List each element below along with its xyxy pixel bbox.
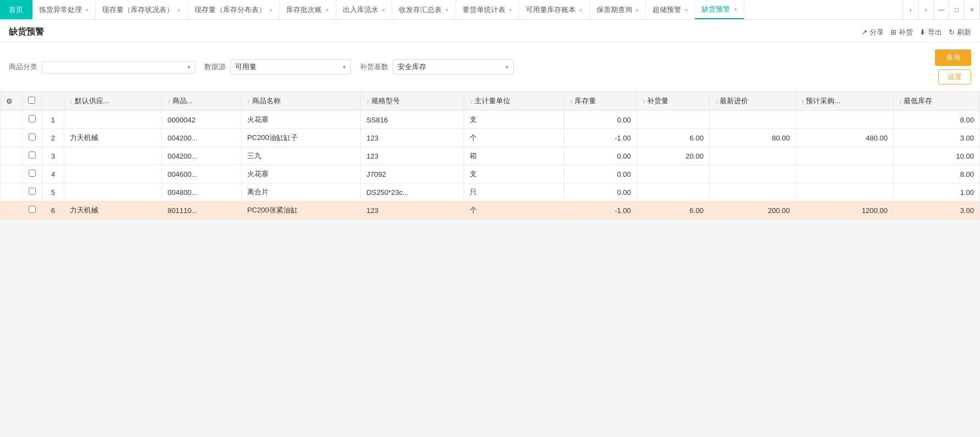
col-header-replenish-qty[interactable]: 补货量 — [637, 92, 709, 111]
row-checkbox[interactable] — [29, 206, 36, 213]
window-close[interactable]: × — [965, 0, 980, 20]
tab-over-stock[interactable]: 超储预警 × — [646, 0, 695, 19]
col-header-latest-price[interactable]: 最新进价 — [709, 92, 795, 111]
row-supplier — [64, 183, 162, 201]
tab-batch-account[interactable]: 库存批次账 × — [280, 0, 336, 19]
row-spec: 123 — [361, 129, 464, 147]
tab-close-icon[interactable]: × — [733, 6, 737, 13]
datasource-select[interactable]: 可用量 ▾ — [230, 59, 351, 75]
export-icon: ⬇ — [920, 28, 926, 36]
tab-inventory-dist[interactable]: 现存量（库存分布表） × — [188, 0, 280, 19]
col-header-settings[interactable]: ⚙ — [1, 92, 23, 111]
datasource-label: 数据源 — [204, 62, 226, 72]
tab-inout-flow[interactable]: 出入库流水 × — [336, 0, 392, 19]
select-all-checkbox[interactable] — [28, 97, 35, 104]
tab-close-icon[interactable]: × — [177, 7, 180, 13]
replenish-base-dropdown-icon: ▾ — [505, 64, 509, 71]
table-body: 1 0000042 火花塞 SS816 支 0.00 8.00 2 力天机械 0… — [1, 111, 980, 220]
row-replenish-qty — [637, 183, 709, 201]
col-header-est-purchase[interactable]: 预计采购... — [795, 92, 893, 111]
tab-close-icon[interactable]: × — [636, 7, 639, 13]
tab-close-icon[interactable]: × — [85, 7, 88, 13]
window-maximize[interactable]: □ — [949, 0, 965, 20]
tab-close-icon[interactable]: × — [269, 7, 272, 13]
replenish-button[interactable]: ⊞ 补货 — [890, 27, 913, 37]
export-button[interactable]: ⬇ 导出 — [920, 27, 942, 37]
category-select[interactable]: ▾ — [42, 61, 196, 74]
tab-expiry-query[interactable]: 保质期查询 × — [590, 0, 646, 19]
row-check-cell[interactable] — [23, 111, 42, 129]
row-checkbox[interactable] — [29, 188, 36, 195]
replenish-icon: ⊞ — [890, 28, 897, 36]
col-header-min-stock[interactable]: 最低库存 — [893, 92, 979, 111]
row-replenish-qty — [637, 111, 709, 129]
tab-available-book[interactable]: 可用量库存账本 × — [519, 0, 589, 19]
col-header-spec[interactable]: 规格型号 — [361, 92, 464, 111]
refresh-button[interactable]: ↻ 刷新 — [949, 27, 971, 37]
col-header-goods-name[interactable]: 商品名称 — [241, 92, 360, 111]
row-spec: DS250*23c... — [361, 183, 464, 201]
tab-close-icon[interactable]: × — [445, 7, 448, 13]
settings-button[interactable]: 设置 — [938, 69, 971, 85]
row-replenish-qty: 20.00 — [637, 147, 709, 165]
tab-close-icon[interactable]: × — [325, 7, 328, 13]
row-checkbox[interactable] — [29, 115, 36, 122]
column-settings-icon[interactable]: ⚙ — [6, 97, 13, 105]
row-settings-cell — [1, 183, 23, 201]
tab-scroll-right[interactable]: › — [918, 0, 934, 20]
row-goods-code: 801110... — [162, 201, 242, 220]
row-index: 5 — [42, 183, 64, 201]
row-check-cell[interactable] — [23, 147, 42, 165]
row-unit: 支 — [464, 111, 564, 129]
col-header-unit[interactable]: 主计量单位 — [464, 92, 564, 111]
row-checkbox[interactable] — [29, 152, 36, 159]
replenish-label: 补货 — [899, 27, 913, 37]
row-goods-name: PC200油缸缸子 — [241, 129, 360, 147]
row-settings-cell — [1, 111, 23, 129]
tab-close-icon[interactable]: × — [509, 7, 512, 13]
refresh-label: 刷新 — [957, 27, 971, 37]
row-goods-name: 火花塞 — [241, 111, 360, 129]
row-check-cell[interactable] — [23, 183, 42, 201]
tab-label: 现存量（库存分布表） — [194, 5, 266, 15]
row-check-cell[interactable] — [23, 165, 42, 183]
row-check-cell[interactable] — [23, 201, 42, 220]
filter-actions: 查询 设置 — [935, 49, 971, 85]
col-header-stock[interactable]: 库存量 — [564, 92, 637, 111]
row-goods-code: 004600... — [162, 165, 242, 183]
category-dropdown-icon: ▾ — [187, 64, 191, 71]
tab-inventory-status[interactable]: 现存量（库存状况表） × — [96, 0, 187, 19]
row-checkbox[interactable] — [29, 133, 36, 141]
table-row: 5 004800... 离合片 DS250*23c... 只 0.00 1.00 — [1, 183, 980, 201]
tab-shortage[interactable]: 缺货预警 × — [695, 0, 744, 19]
tab-close-icon[interactable]: × — [684, 7, 688, 13]
share-button[interactable]: ↗ 分享 — [861, 27, 884, 37]
row-checkbox[interactable] — [29, 170, 36, 177]
row-min-stock: 3.00 — [893, 201, 979, 220]
col-header-check[interactable] — [23, 92, 42, 111]
query-button[interactable]: 查询 — [935, 49, 971, 66]
tab-label: 出入库流水 — [343, 5, 378, 15]
tab-receive-summary[interactable]: 收发存汇总表 × — [392, 0, 455, 19]
row-supplier: 力天机械 — [64, 129, 162, 147]
tab-label: 收发存汇总表 — [399, 5, 442, 15]
window-minimize[interactable]: — — [934, 0, 949, 20]
category-label: 商品分类 — [9, 62, 37, 72]
row-supplier — [64, 165, 162, 183]
replenish-base-select[interactable]: 安全库存 ▾ — [393, 59, 514, 75]
col-header-goods-code[interactable]: 商品... — [162, 92, 242, 111]
tab-requisition-stat[interactable]: 要货单统计表 × — [456, 0, 519, 19]
tab-label: 超储预警 — [653, 5, 681, 15]
tab-home[interactable]: 首页 — [0, 0, 32, 19]
row-spec: 123 — [361, 147, 464, 165]
table-header: ⚙ 默认供应... 商品... 商品名称 规格型号 主计量单位 库存量 补货量 … — [1, 92, 980, 111]
tab-close-icon[interactable]: × — [579, 7, 582, 13]
tab-scroll-left[interactable]: ‹ — [903, 0, 918, 20]
tab-picking-anomaly[interactable]: 拣货异常处理 × — [32, 0, 96, 19]
col-header-supplier[interactable]: 默认供应... — [64, 92, 162, 111]
row-stock: -1.00 — [564, 201, 637, 220]
row-check-cell[interactable] — [23, 129, 42, 147]
row-min-stock: 3.00 — [893, 129, 979, 147]
replenish-base-filter-group: 补货基数 安全库存 ▾ — [360, 59, 514, 75]
tab-close-icon[interactable]: × — [382, 7, 385, 13]
